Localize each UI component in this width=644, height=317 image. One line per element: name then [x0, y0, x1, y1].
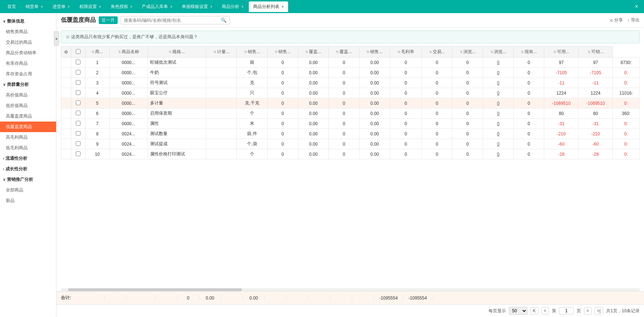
row-checkbox[interactable]: [76, 100, 80, 105]
col-sales2[interactable]: ⇅销售...: [267, 47, 298, 58]
row-checkbox-cell[interactable]: [71, 119, 85, 129]
col-current[interactable]: ⇅现有...: [514, 47, 544, 58]
col-saleable[interactable]: ⇅可销...: [578, 47, 613, 58]
next-page-button[interactable]: >: [584, 307, 592, 314]
export-button[interactable]: ↑ 导出: [627, 17, 640, 23]
prev-page-button[interactable]: <: [541, 307, 549, 314]
nav-role-auth[interactable]: 角色授权 ×: [106, 1, 137, 12]
nav-close-icon[interactable]: ×: [130, 5, 133, 9]
row-browse1[interactable]: 0: [483, 129, 514, 139]
search-icon[interactable]: 🔍: [221, 17, 227, 23]
sidebar-item-low-value[interactable]: 低价值商品: [0, 100, 56, 111]
sidebar-item-high-coverage[interactable]: 高覆盖度商品: [0, 111, 56, 122]
sidebar-section-overall[interactable]: ∨ 整体信息: [0, 16, 56, 27]
horizontal-scrollbar[interactable]: [61, 288, 640, 291]
col-spec[interactable]: ⇅规格...: [148, 47, 206, 58]
row-browse1[interactable]: 0: [483, 149, 514, 159]
sidebar-item-traded-products[interactable]: 交易过的商品: [0, 37, 56, 48]
row-browse1[interactable]: 0: [483, 139, 514, 149]
row-checkbox-cell[interactable]: [71, 98, 85, 108]
sidebar-item-low-margin[interactable]: 低毛利商品: [0, 143, 56, 153]
col-settings[interactable]: ⚙: [61, 47, 71, 58]
col-cover2[interactable]: ⇅覆盖...: [329, 47, 359, 58]
sidebar-section-growth[interactable]: › 成长性分析: [0, 164, 56, 174]
row-checkbox[interactable]: [76, 111, 80, 115]
nav-close-icon[interactable]: ×: [170, 5, 172, 9]
col-sales1[interactable]: ⇅销售...: [237, 47, 267, 58]
page-number-input[interactable]: [559, 307, 574, 314]
row-browse1[interactable]: 0: [483, 68, 514, 78]
per-page-select[interactable]: 50 20 100: [509, 307, 527, 315]
sidebar-section-marketing[interactable]: ∨ 营销推广分析: [0, 174, 56, 185]
row-checkbox-cell[interactable]: [71, 78, 85, 88]
sidebar-item-new-products[interactable]: 新品: [0, 195, 56, 206]
col-browse2[interactable]: ⇅浏览...: [483, 47, 514, 58]
sidebar-section-cluster[interactable]: ∨ 类群量分析: [0, 79, 56, 90]
col-margin[interactable]: ⇅毛利率: [390, 47, 421, 58]
row-browse1[interactable]: 0: [483, 108, 514, 119]
sidebar-wrapper: ∨ 整体信息 销售类商品 交易过的商品 商品分类动销率 有库存商品 库存资金占用…: [0, 13, 56, 317]
nav-close-icon[interactable]: ×: [242, 5, 244, 9]
row-checkbox-cell[interactable]: [71, 129, 85, 139]
col-cover1[interactable]: ⇅覆盖...: [298, 47, 329, 58]
sidebar-item-high-margin[interactable]: 高毛利商品: [0, 132, 56, 143]
nav-product-storage[interactable]: 产成品入库单 ×: [137, 1, 177, 12]
row-checkbox-cell[interactable]: [71, 149, 85, 159]
col-browse1[interactable]: ⇅浏览...: [452, 47, 483, 58]
nav-permissions[interactable]: 权限设置 ×: [75, 1, 106, 12]
col-trade[interactable]: ⇅交易...: [422, 47, 452, 58]
sidebar-item-inventory-capital[interactable]: 库存资金占用: [0, 69, 56, 79]
scrollbar-thumb[interactable]: [68, 288, 242, 291]
row-browse1[interactable]: 0: [483, 58, 514, 68]
row-checkbox-cell[interactable]: [71, 88, 85, 98]
date-filter-tag[interactable]: 近一月: [99, 16, 118, 24]
col-available[interactable]: ⇅可用...: [544, 47, 578, 58]
col-name[interactable]: ⇅商品名称: [109, 47, 148, 58]
row-checkbox-cell[interactable]: [71, 108, 85, 119]
sidebar-item-low-coverage[interactable]: 低覆盖度商品: [0, 122, 56, 132]
row-checkbox-cell[interactable]: [71, 139, 85, 149]
sidebar-section-circulation[interactable]: › 流通性分析: [0, 153, 56, 164]
row-browse1[interactable]: 0: [483, 88, 514, 98]
nav-close-icon[interactable]: ×: [282, 5, 284, 9]
nav-purchase-order[interactable]: 进货单 ×: [48, 1, 74, 12]
row-browse1[interactable]: 0: [483, 119, 514, 129]
row-checkbox[interactable]: [76, 121, 80, 126]
row-browse1[interactable]: 0: [483, 98, 514, 108]
nav-product-analysis-list[interactable]: 商品分析列表 ×: [249, 1, 288, 12]
select-all-checkbox[interactable]: [76, 49, 80, 54]
col-code[interactable]: ⇅商...: [85, 47, 109, 58]
nav-sales-order[interactable]: 销货单 ×: [21, 1, 47, 12]
row-checkbox[interactable]: [76, 141, 80, 146]
sidebar-item-high-value[interactable]: 高价值商品: [0, 90, 56, 100]
nav-close-icon[interactable]: ×: [41, 5, 43, 9]
sidebar-collapse-button[interactable]: «: [54, 31, 59, 46]
search-input[interactable]: [124, 18, 219, 23]
sidebar-item-sales-products[interactable]: 销售类商品: [0, 27, 56, 37]
row-checkbox-cell[interactable]: [71, 58, 85, 68]
sidebar-item-all-products[interactable]: 全部商品: [0, 185, 56, 195]
row-checkbox-cell[interactable]: [71, 68, 85, 78]
sidebar-item-in-stock[interactable]: 有库存商品: [0, 58, 56, 69]
col-checkbox[interactable]: [71, 47, 85, 58]
sidebar-item-category-rate[interactable]: 商品分类动销率: [0, 48, 56, 58]
nav-product-analysis[interactable]: 商品分析 ×: [217, 1, 248, 12]
col-sales3[interactable]: ⇅销售...: [359, 47, 390, 58]
nav-home[interactable]: 首页: [3, 1, 20, 12]
window-close-button[interactable]: ×: [632, 2, 641, 11]
row-browse1[interactable]: 0: [483, 78, 514, 88]
nav-close-icon[interactable]: ×: [210, 5, 212, 9]
row-checkbox[interactable]: [76, 70, 80, 75]
first-page-button[interactable]: K: [530, 307, 538, 314]
row-checkbox[interactable]: [76, 80, 80, 85]
nav-template-settings[interactable]: 单据模板设置 ×: [177, 1, 217, 12]
row-checkbox[interactable]: [76, 90, 80, 95]
nav-close-icon[interactable]: ×: [99, 5, 101, 9]
share-button[interactable]: ⎋ 分享: [610, 17, 623, 23]
row-checkbox[interactable]: [76, 151, 80, 156]
row-checkbox[interactable]: [76, 60, 80, 64]
row-checkbox[interactable]: [76, 131, 80, 136]
nav-close-icon[interactable]: ×: [68, 5, 70, 9]
last-page-button[interactable]: >|: [594, 307, 603, 314]
col-unit[interactable]: ⇅计量...: [206, 47, 237, 58]
